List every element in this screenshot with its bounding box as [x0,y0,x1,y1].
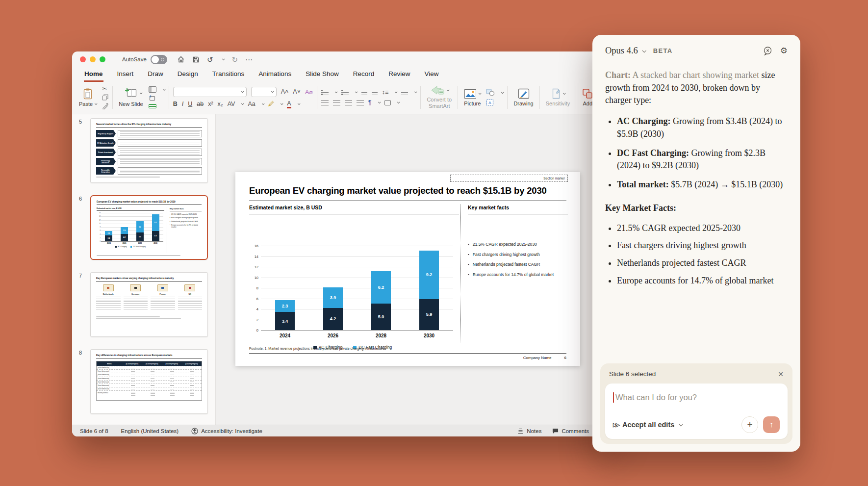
slide-title[interactable]: European EV charging market value projec… [249,185,547,196]
prompt-placeholder[interactable]: What can I do for you? [615,393,697,402]
stacked-bar[interactable]: 4.23.9 [121,213,128,241]
align-right-icon[interactable] [345,100,352,105]
language-selector[interactable]: English (United States) [121,428,179,434]
shapes-icon[interactable] [486,89,495,96]
tab-insert[interactable]: Insert [117,70,134,82]
comments-button[interactable]: Comments [552,428,589,434]
slide-editor-canvas[interactable]: Section marker European EV charging mark… [216,114,614,425]
font-size-combobox[interactable] [251,87,277,97]
tab-home[interactable]: Home [84,70,103,82]
close-context-icon[interactable]: ✕ [778,371,784,378]
highlight-color-icon[interactable]: 🖉 [268,101,275,107]
reset-slide-icon[interactable] [149,95,156,102]
new-slide-button[interactable]: New Slide [117,88,145,107]
smartart-icon [430,85,445,95]
picture-button[interactable]: Picture [462,89,483,106]
paste-button[interactable]: Paste [77,88,99,107]
settings-gear-icon[interactable]: ⚙ [780,47,788,55]
attach-plus-button[interactable]: + [741,416,758,433]
autosave-toggle[interactable] [151,55,167,64]
stacked-bar[interactable]: 5.99.2 [419,246,439,330]
accessibility-status[interactable]: Accessibility: Investigate [191,428,262,435]
line-spacing-icon[interactable]: ↕≡ [382,89,389,96]
slide-6-canvas[interactable]: Section marker European EV charging mark… [235,172,580,366]
accept-all-edits-button[interactable]: ▷▷ Accept all edits [613,421,682,429]
stacked-bar[interactable]: 4.23.9 [323,246,343,330]
underline-icon[interactable]: U [188,101,192,107]
undo-icon[interactable]: ↺ [207,56,213,63]
stacked-bar[interactable]: 5.06.2 [371,246,391,330]
y-axis-tick-label: 2 [250,317,258,322]
undo-dropdown-icon[interactable] [222,57,225,60]
section-marker-placeholder[interactable]: Section marker [450,175,568,182]
stacked-bar[interactable]: 3.42.3 [275,246,295,330]
change-case-icon[interactable]: Aa [248,101,255,107]
fact-item: Europe accounts for 14.7% of global mark… [617,275,788,287]
align-objects-icon[interactable] [384,100,391,105]
increase-indent-icon[interactable] [372,90,378,95]
format-painter-icon[interactable] [102,103,108,109]
tab-slide-show[interactable]: Slide Show [305,70,339,82]
bullet-list-icon[interactable] [321,90,329,95]
bars: 3.42.34.23.95.06.25.99.2 [101,213,163,241]
tab-review[interactable]: Review [388,70,410,82]
tab-transitions[interactable]: Transitions [212,70,245,82]
tab-record[interactable]: Record [353,70,375,82]
more-options-icon[interactable]: ⋯ [245,56,253,63]
minimize-window-button[interactable] [90,56,96,62]
close-window-button[interactable] [80,56,86,62]
notes-button[interactable]: Notes [517,428,541,434]
tab-draw[interactable]: Draw [147,70,164,82]
section-icon[interactable] [149,104,156,108]
thumbnail-slide-5[interactable]: 5 Several market forces drive the EV cha… [90,118,207,183]
tab-view[interactable]: View [424,70,439,82]
superscript-icon[interactable]: x² [208,101,213,107]
font-group: A˄ A˅ A⌀ B I U ab x² x₂ AV Aa 🖉 A [173,84,313,110]
text-box-icon[interactable]: A [486,99,494,106]
layout-icon[interactable] [149,86,156,93]
sensitivity-button[interactable]: Sensitivity [544,88,572,106]
italic-icon[interactable]: I [182,101,183,107]
align-left-icon[interactable] [321,100,329,105]
save-icon[interactable] [192,56,200,63]
home-icon[interactable] [177,55,185,63]
cut-icon[interactable]: ✂ [102,86,108,92]
subscript-icon[interactable]: x₂ [218,101,223,107]
tab-design[interactable]: Design [177,70,199,82]
copy-icon[interactable] [102,94,108,101]
stacked-bar[interactable]: 5.06.2 [136,213,144,241]
align-center-icon[interactable] [333,100,340,105]
justify-icon[interactable] [357,100,364,105]
stacked-bar[interactable]: 5.99.2 [152,213,159,241]
facts-column: Key market facts •21.5% CAGR expected 20… [468,205,568,282]
character-spacing-icon[interactable]: AV [228,101,235,107]
strikethrough-icon[interactable]: ab [197,101,204,107]
model-dropdown-icon[interactable] [642,49,646,52]
market-size-chart[interactable]: 02468101214163.42.34.23.95.06.25.99.2 20… [249,246,456,350]
thumbnail-slide-8[interactable]: 8 Key differences in charging infrastruc… [90,349,207,414]
thumbnail-slide-6-selected[interactable]: 6 European EV charging market value proj… [90,195,207,260]
thumbnail-slide-7[interactable]: 7 Key European markets show varying char… [90,272,207,337]
grow-font-icon[interactable]: A˄ [281,88,289,95]
shrink-font-icon[interactable]: A˅ [293,88,301,95]
tab-animations[interactable]: Animations [258,70,292,82]
font-name-combobox[interactable] [173,87,247,97]
feedback-icon[interactable] [763,46,772,55]
redo-icon[interactable]: ↻ [231,56,238,63]
drawing-button[interactable]: Drawing [511,88,535,106]
convert-to-smartart-button[interactable]: Convert toSmartArt [425,85,454,109]
fact-item: Fast chargers driving highest growth [473,252,540,257]
font-color-icon[interactable]: A [287,100,291,108]
bold-icon[interactable]: B [173,101,178,107]
slide-counter[interactable]: Slide 6 of 8 [80,428,108,434]
numbered-list-icon[interactable] [341,90,349,95]
columns-icon[interactable] [401,90,408,95]
send-button[interactable]: ↑ [763,416,780,433]
stacked-bar[interactable]: 3.42.3 [105,213,112,241]
model-name[interactable]: Opus 4.6 [605,46,638,56]
text-direction-icon[interactable]: ¶ [368,99,372,106]
zoom-window-button[interactable] [100,56,105,62]
decrease-indent-icon[interactable] [361,90,367,95]
clear-formatting-icon[interactable]: A⌀ [305,88,313,96]
prompt-input-card[interactable]: What can I do for you? ▷▷ Accept all edi… [605,384,788,439]
